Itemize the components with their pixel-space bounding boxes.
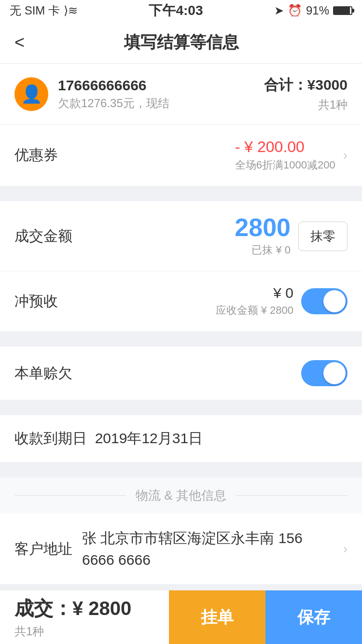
address-card: 客户地址 张 北京市市辖区海淀区永丰南 156 6666 6666 › [0,514,362,584]
total-count: 共1种 [264,97,348,112]
deal-card: 成交金额 2800 已抹 ¥ 0 抹零 冲预收 ¥ 0 应收金额 ¥ 2800 [0,201,362,331]
user-phone: 17666666666 [58,77,254,94]
prepay-right: ¥ 0 应收金额 ¥ 2800 [216,285,348,318]
user-info-row: 👤 17666666666 欠款1276.35元，现结 合计：¥3000 共1种 [0,64,362,125]
location-icon: ➤ [274,4,284,17]
owe-row: 本单赊欠 [0,347,362,400]
avatar-icon: 👤 [21,84,42,104]
status-right: ➤ ⏰ 91% [274,4,352,17]
back-button[interactable]: < [14,28,34,57]
owe-card: 本单赊欠 [0,347,362,400]
round-button[interactable]: 抹零 [298,222,348,251]
nav-bar: < 填写结算等信息 [0,21,362,64]
toggle-knob [323,290,346,312]
hold-button[interactable]: 挂单 [169,590,265,644]
prepay-toggle[interactable] [301,288,348,314]
address-label: 客户地址 [14,539,72,559]
date-card: 收款到期日 2019年12月31日 [0,415,362,462]
alarm-icon: ⏰ [288,4,302,17]
deal-right: 2800 已抹 ¥ 0 抹零 [235,215,348,257]
owe-toggle-knob [323,362,346,384]
user-card: 👤 17666666666 欠款1276.35元，现结 合计：¥3000 共1种… [0,64,362,186]
bottom-deal: 成交：¥ 2800 [14,595,154,622]
carrier-text: 无 SIM 卡 [10,3,60,18]
separator-1 [0,194,362,201]
status-time: 下午4:03 [149,1,203,20]
content-area: 👤 17666666666 欠款1276.35元，现结 合计：¥3000 共1种… [0,64,362,644]
separator-4 [0,470,362,477]
deal-amount: 2800 [235,215,291,240]
coupon-arrow-icon: › [343,148,348,163]
date-row: 收款到期日 2019年12月31日 [0,415,362,462]
deal-amount-row: 成交金额 2800 已抹 ¥ 0 抹零 [0,201,362,271]
coupon-amount: - ¥ 200.00 [235,138,335,156]
bottom-bar: 成交：¥ 2800 共1种 挂单 保存 [0,590,362,644]
deal-label: 成交金额 [14,226,72,246]
prepay-amount: ¥ 0 [216,285,293,301]
coupon-desc: 全场6折满1000减200 [235,158,335,172]
coupon-right: - ¥ 200.00 全场6折满1000减200 › [235,138,348,172]
divider-line-right [236,495,348,496]
save-button[interactable]: 保存 [265,590,362,644]
address-row[interactable]: 客户地址 张 北京市市辖区海淀区永丰南 156 6666 6666 › [0,514,362,584]
total-amount: 合计：¥3000 [264,75,348,95]
coupon-label: 优惠券 [14,145,58,165]
bottom-info: 成交：¥ 2800 共1种 [0,595,169,639]
prepay-sub: 应收金额 ¥ 2800 [216,303,293,318]
deal-sub: 已抹 ¥ 0 [235,243,291,257]
prepay-label: 冲预收 [14,292,58,311]
owe-label: 本单赊欠 [14,364,72,383]
status-bar: 无 SIM 卡 ⟩≋ 下午4:03 ➤ ⏰ 91% [0,0,362,21]
separator-2 [0,339,362,347]
owe-toggle[interactable] [301,360,348,386]
address-content: 张 北京市市辖区海淀区永丰南 156 6666 6666 [82,527,338,571]
avatar: 👤 [14,77,48,111]
battery-icon [333,6,352,15]
divider-line-left [14,495,126,496]
logistics-divider: 物流 & 其他信息 [0,477,362,514]
date-content: 收款到期日 2019年12月31日 [14,430,203,446]
user-debt: 欠款1276.35元，现结 [58,96,254,111]
wifi-icon: ⟩≋ [64,4,78,17]
page-title: 填写结算等信息 [34,31,328,54]
user-info: 17666666666 欠款1276.35元，现结 [58,77,254,111]
status-left: 无 SIM 卡 ⟩≋ [10,3,78,18]
prepay-row: 冲预收 ¥ 0 应收金额 ¥ 2800 [0,271,362,331]
logistics-label: 物流 & 其他信息 [126,487,236,504]
coupon-row[interactable]: 优惠券 - ¥ 200.00 全场6折满1000减200 › [0,125,362,186]
separator-3 [0,407,362,415]
prepay-info: ¥ 0 应收金额 ¥ 2800 [216,285,293,318]
bottom-count: 共1种 [14,624,154,639]
address-arrow-icon: › [343,541,348,557]
battery-percent: 91% [306,4,329,17]
user-total: 合计：¥3000 共1种 [264,75,348,112]
